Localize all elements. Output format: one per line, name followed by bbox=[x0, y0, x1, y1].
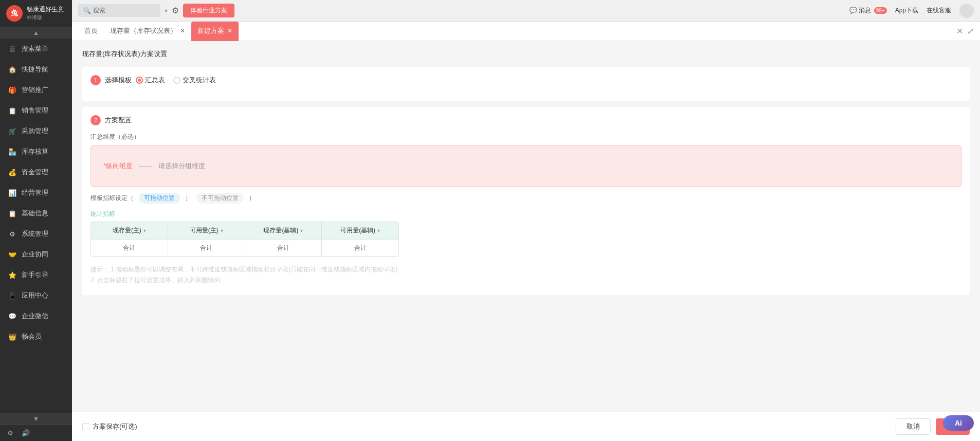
trial-button[interactable]: 体验行业方案 bbox=[183, 4, 234, 17]
dimension-field-label: 汇总维度（必选） bbox=[90, 133, 961, 141]
audio-icon[interactable]: 🔊 bbox=[22, 429, 30, 437]
settings-icon[interactable]: ⚙ bbox=[7, 429, 13, 437]
ai-fab-button[interactable]: Ai bbox=[943, 415, 974, 431]
radio-cross[interactable]: 交叉统计表 bbox=[173, 76, 216, 85]
user-avatar[interactable] bbox=[959, 4, 974, 18]
page-title: 现存量(库存状况表)方案设置 bbox=[82, 49, 970, 59]
close-panel-icon[interactable]: ✕ bbox=[956, 26, 963, 36]
chevron-down-icon-1[interactable]: ▾ bbox=[221, 228, 223, 233]
scroll-down-button[interactable]: ▼ bbox=[0, 413, 72, 425]
sidebar-item-quick-nav[interactable]: 🏠 快捷导航 bbox=[0, 59, 72, 80]
tab-new-plan-close-icon[interactable]: ✕ bbox=[227, 27, 232, 34]
sidebar-item-vip[interactable]: 👑 畅会员 bbox=[0, 326, 72, 347]
scroll-up-button[interactable]: ▲ bbox=[0, 27, 72, 39]
search-text: 搜索 bbox=[93, 6, 105, 15]
wechat-icon: 💬 bbox=[7, 311, 17, 321]
stats-col-2-cell: 合计 bbox=[245, 240, 322, 256]
chevron-down-icon-2[interactable]: ▾ bbox=[300, 228, 303, 233]
logo-icon: 兔 bbox=[6, 5, 23, 22]
tab-new-plan[interactable]: 新建方案 ✕ bbox=[191, 22, 239, 41]
tab-home-label: 首页 bbox=[84, 26, 98, 35]
stats-col-1: 可用量(主) ▾ 合计 bbox=[168, 222, 245, 256]
indicator-middle: ） bbox=[185, 194, 191, 203]
cancel-button[interactable]: 取消 bbox=[896, 418, 931, 435]
sidebar-item-marketing[interactable]: 🎁 营销推广 bbox=[0, 80, 72, 100]
indicator-setting-label: 模板指标设定（ bbox=[90, 194, 134, 203]
save-checkbox[interactable] bbox=[82, 423, 89, 430]
sidebar-item-sales[interactable]: 📋 销售管理 bbox=[0, 100, 72, 121]
search-menu-icon: ☰ bbox=[7, 44, 17, 54]
step2-header: 2 方案配置 bbox=[90, 115, 961, 125]
tab-home[interactable]: 首页 bbox=[78, 22, 104, 41]
topbar-search[interactable]: 🔍 搜索 bbox=[78, 4, 160, 17]
page-content: 现存量(库存状况表)方案设置 1 选择模板 汇总表 交叉统计表 bbox=[72, 41, 980, 412]
chevron-down-icon-0[interactable]: ▾ bbox=[143, 228, 146, 233]
sidebar-item-label: 销售管理 bbox=[22, 106, 48, 115]
sidebar-item-wechat[interactable]: 💬 企业微信 bbox=[0, 306, 72, 326]
sidebar-item-label: 畅会员 bbox=[22, 332, 42, 341]
app-center-icon: 📱 bbox=[7, 290, 17, 301]
tab-inventory[interactable]: 现存量（库存状况表） ✕ bbox=[104, 22, 191, 41]
stats-col-0-header[interactable]: 现存量(主) ▾ bbox=[91, 222, 168, 240]
radio-cross-dot bbox=[173, 77, 180, 84]
stats-col-1-header[interactable]: 可用量(主) ▾ bbox=[168, 222, 245, 240]
sidebar-item-basic-info[interactable]: 📋 基础信息 bbox=[0, 203, 72, 224]
save-checkbox-item[interactable]: 方案保存(可选) bbox=[82, 422, 137, 431]
online-service-link[interactable]: 在线客服 bbox=[927, 6, 951, 15]
stats-col-0-label: 现存量(主) bbox=[113, 226, 141, 235]
sidebar-item-purchase[interactable]: 🛒 采购管理 bbox=[0, 121, 72, 141]
app-download-link[interactable]: App下载 bbox=[895, 6, 918, 15]
stats-col-3-header[interactable]: 可用量(基辅) ▾ bbox=[322, 222, 398, 240]
sidebar-item-label: 快捷导航 bbox=[22, 65, 48, 74]
tab-actions-right: ✕ ⤢ bbox=[956, 26, 974, 36]
tab-inventory-close-icon[interactable]: ✕ bbox=[180, 27, 185, 34]
stats-col-1-label: 可用量(主) bbox=[190, 226, 219, 235]
sidebar-item-label: 新手引导 bbox=[22, 270, 48, 280]
step1-title: 选择模板 bbox=[105, 76, 132, 85]
system-icon: ⚙ bbox=[7, 229, 17, 239]
stats-col-1-cell: 合计 bbox=[168, 240, 245, 256]
dimension-area[interactable]: *纵向维度 —— 请选择分组维度 bbox=[90, 145, 961, 187]
step1-section: 1 选择模板 汇总表 交叉统计表 bbox=[82, 67, 970, 101]
main-area: 🔍 搜索 ▾ ⚙ 体验行业方案 💬 消息 99+ App下载 在线客服 首页 现… bbox=[72, 0, 980, 441]
stats-label: 统计指标 bbox=[90, 210, 961, 218]
logo-text-block: 畅康通好生意 标准版 bbox=[27, 6, 64, 21]
enterprise-icon: 🤝 bbox=[7, 249, 17, 260]
sidebar-item-inventory[interactable]: 🏪 库存核算 bbox=[0, 141, 72, 162]
chevron-down-icon-3[interactable]: ▾ bbox=[377, 228, 380, 233]
tab-inventory-label: 现存量（库存状况表） bbox=[110, 26, 177, 35]
stats-col-3: 可用量(基辅) ▾ 合计 bbox=[322, 222, 398, 256]
sidebar-item-label: 应用中心 bbox=[22, 291, 48, 300]
sidebar-item-enterprise[interactable]: 🤝 企业协同 bbox=[0, 244, 72, 265]
topbar-right: 💬 消息 99+ App下载 在线客服 bbox=[849, 4, 974, 18]
stats-header-row: 现存量(主) ▾ 合计 可用量(主) ▾ 合计 bbox=[91, 222, 398, 256]
stats-col-2-header[interactable]: 现存量(基辅) ▾ bbox=[245, 222, 322, 240]
stats-col-3-label: 可用量(基辅) bbox=[340, 226, 375, 235]
sidebar-item-new-guide[interactable]: ⭐ 新手引导 bbox=[0, 265, 72, 285]
radio-summary-label: 汇总表 bbox=[145, 76, 165, 85]
stats-col-2: 现存量(基辅) ▾ 合计 bbox=[245, 222, 322, 256]
expand-panel-icon[interactable]: ⤢ bbox=[967, 26, 974, 36]
sidebar-item-label: 企业协同 bbox=[22, 250, 48, 259]
sidebar: 兔 畅康通好生意 标准版 ▲ ☰ 搜索菜单 🏠 快捷导航 🎁 营销推广 📋 销售… bbox=[0, 0, 72, 441]
inventory-icon: 🏪 bbox=[7, 146, 17, 157]
message-label[interactable]: 💬 消息 99+ bbox=[849, 6, 887, 15]
sidebar-item-operations[interactable]: 📊 经营管理 bbox=[0, 182, 72, 203]
topbar-gear-icon[interactable]: ⚙ bbox=[172, 6, 179, 15]
tab-bar: 首页 现存量（库存状况表） ✕ 新建方案 ✕ ✕ ⤢ bbox=[72, 22, 980, 41]
topbar-chevron-down-icon[interactable]: ▾ bbox=[165, 7, 168, 14]
sidebar-item-system[interactable]: ⚙ 系统管理 bbox=[0, 224, 72, 244]
sidebar-item-search[interactable]: ☰ 搜索菜单 bbox=[0, 39, 72, 59]
stats-col-0: 现存量(主) ▾ 合计 bbox=[91, 222, 168, 256]
sidebar-item-finance[interactable]: 💰 资金管理 bbox=[0, 162, 72, 182]
radio-summary[interactable]: 汇总表 bbox=[136, 76, 165, 85]
sidebar-item-app-center[interactable]: 📱 应用中心 bbox=[0, 285, 72, 306]
vertical-dim-label: *纵向维度 bbox=[103, 161, 133, 171]
stats-col-3-cell: 合计 bbox=[322, 240, 398, 256]
radio-cross-label: 交叉统计表 bbox=[183, 76, 216, 85]
sidebar-item-label: 企业微信 bbox=[22, 311, 48, 321]
quick-nav-icon: 🏠 bbox=[7, 64, 17, 75]
sidebar-item-label: 资金管理 bbox=[22, 168, 48, 177]
step1-badge: 1 bbox=[90, 75, 101, 85]
marketing-icon: 🎁 bbox=[7, 85, 17, 95]
